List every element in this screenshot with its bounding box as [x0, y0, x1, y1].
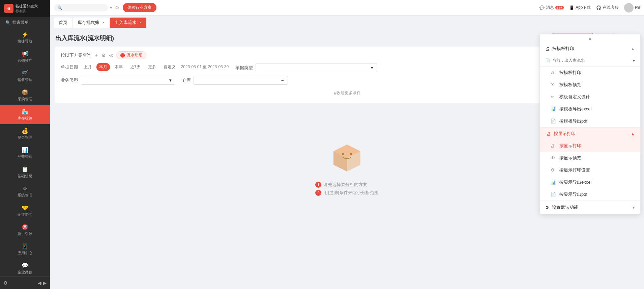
date-option-this-month[interactable]: 本月 [96, 63, 110, 71]
topbar: 🔍 ▾ ⚙ 体验行业方案 💬 消息 99+ 📱 App下载 🎧 在线客服 Rit [50, 0, 644, 16]
messages-btn[interactable]: 💬 消息 99+ [539, 5, 564, 10]
display-settings-icon: ⚙ [551, 167, 556, 173]
search-menu[interactable]: 🔍 搜索菜单 [0, 17, 50, 28]
weixin-icon: 💬 [22, 262, 28, 269]
filter-warehouse-select[interactable]: ··· [194, 76, 288, 85]
settings-footer-btn[interactable]: ⚙ [3, 280, 8, 286]
current-template-label: 当前：出入库流水 [552, 58, 585, 63]
display-print-icon: 🖨 [551, 143, 556, 149]
tab-stock-flow[interactable]: 出入库流水 × [110, 18, 146, 28]
template-print-item-icon: 🖨 [551, 70, 556, 75]
panel-item-display-settings[interactable]: ⚙ 按显示打印设置 [540, 164, 640, 176]
app-logo: 6 畅捷通好生意 标准版 [0, 0, 50, 17]
display-preview-label: 按显示预览 [559, 155, 581, 161]
panel-item-template-print[interactable]: 🖨 按模板打印 [540, 67, 640, 79]
svg-point-4 [342, 153, 344, 155]
panel-scroll-up[interactable]: ▲ [540, 34, 640, 42]
filter-add-btn[interactable]: ＋ [94, 52, 99, 58]
sidebar-item-weixin[interactable]: 💬 企业微信 [0, 259, 50, 277]
user-avatar-btn[interactable]: Rit [624, 3, 640, 12]
panel-item-template-custom[interactable]: ✏ 模板自定义设计 [540, 91, 640, 103]
panel-item-display-preview[interactable]: 👁 按显示预览 [540, 152, 640, 164]
collapse-icon: ∧ [333, 91, 336, 96]
panel-item-display-excel[interactable]: 📊 按显示导出excel [540, 176, 640, 188]
basic-icon: 📋 [22, 166, 28, 173]
template-custom-icon: ✏ [551, 94, 556, 100]
sidebar-item-shortcuts[interactable]: ⚡ 快捷导航 [0, 28, 50, 47]
tab-batch-account[interactable]: 库存批次账 × [73, 18, 109, 28]
online-service-btn[interactable]: 🎧 在线客服 [596, 5, 619, 10]
display-excel-icon: 📊 [551, 180, 556, 185]
default-function-header[interactable]: ⚙ 设置默认功能 ▾ [540, 201, 640, 214]
sidebar-item-marketing[interactable]: 📢 营销推广 [0, 47, 50, 67]
industry-solution-btn[interactable]: 体验行业方案 [123, 3, 156, 12]
default-function-chevron: ▾ [633, 205, 635, 210]
display-settings-label: 按显示打印设置 [559, 167, 590, 173]
search-menu-label: 搜索菜单 [12, 20, 29, 25]
collapse-footer-btn[interactable]: ◀ ▶ [38, 280, 47, 286]
sidebar-item-inventory[interactable]: 🏪 库存核算 [0, 105, 50, 124]
topbar-dropdown-btn[interactable]: ▾ [110, 5, 112, 10]
system-icon: ⚙ [23, 185, 27, 192]
current-chevron[interactable]: ▾ [633, 58, 635, 63]
template-excel-label: 按模板导出excel [559, 106, 591, 112]
filter-type-item: 单据类型 ▾ [235, 63, 377, 72]
template-print-header-label: 按模板打印 [552, 46, 574, 52]
filter-collapse-btn[interactable]: ≪ [109, 53, 114, 58]
filter-warehouse-item: 仓库 ··· [182, 76, 297, 85]
panel-item-template-preview[interactable]: 👁 按模板预览 [540, 79, 640, 91]
app-download-btn[interactable]: 📱 App下载 [569, 5, 591, 10]
date-option-custom[interactable]: 自定义 [161, 63, 178, 71]
sidebar-item-guide[interactable]: 🎯 新手引导 [0, 220, 50, 240]
page-title: 出入库流水(流水明细) [55, 34, 114, 42]
sidebar-item-sales[interactable]: 🛒 销售管理 [0, 67, 50, 86]
filter-business-select[interactable]: ▾ [81, 76, 175, 85]
filter-date-label: 单据日期 [61, 64, 78, 70]
panel-item-template-pdf[interactable]: 📄 按模板导出pdf [540, 115, 640, 127]
marketing-icon: 📢 [22, 51, 28, 57]
date-option-this-year[interactable]: 本年 [112, 63, 125, 71]
content-area: 出入库流水(流水明细) 🖨 按模板打印 ▲ ↑ 导出 ↺ 刷新 [50, 28, 644, 289]
filter-tag[interactable]: 🔴 流水明细 [116, 51, 146, 59]
date-option-7days[interactable]: 近7天 [127, 63, 143, 71]
date-option-more[interactable]: 更多 [145, 63, 159, 71]
date-option-last-month[interactable]: 上月 [81, 63, 94, 71]
panel-item-display-pdf[interactable]: 📄 按显示导出pdf [540, 188, 640, 201]
display-print-section-header[interactable]: 🖨 按显示打印 ▲ [540, 128, 640, 140]
filter-tag-label: 流水明细 [126, 52, 143, 58]
sidebar-item-appcenter[interactable]: 📱 应用中心 [0, 240, 50, 259]
topbar-search-input[interactable] [62, 5, 105, 10]
panel-item-template-excel[interactable]: 📊 按模板导出excel [540, 103, 640, 115]
topbar-settings-icon[interactable]: ⚙ [115, 5, 119, 10]
sidebar-item-basic[interactable]: 📋 基础信息 [0, 163, 50, 182]
template-preview-label: 按模板预览 [559, 82, 581, 88]
sidebar-item-system[interactable]: ⚙ 系统管理 [0, 182, 50, 201]
filter-type-select[interactable]: ▾ [256, 63, 377, 72]
sidebar-item-enterprise[interactable]: 🤝 企业协同 [0, 201, 50, 220]
sidebar-item-purchase[interactable]: 📦 采购管理 [0, 86, 50, 105]
filter-type-label: 单据类型 [235, 65, 253, 71]
warehouse-more-icon: ··· [281, 78, 284, 83]
template-excel-icon: 📊 [551, 106, 556, 112]
tab-stock-flow-close[interactable]: × [139, 20, 142, 25]
current-icon: 📄 [545, 58, 550, 63]
main-area: 🔍 ▾ ⚙ 体验行业方案 💬 消息 99+ 📱 App下载 🎧 在线客服 Rit [50, 0, 644, 289]
filter-setting-btn[interactable]: ⚙ [101, 53, 106, 58]
messages-badge: 99+ [555, 6, 564, 9]
filter-business-item: 业务类型 ▾ [61, 76, 175, 85]
template-print-section-header[interactable]: 🖨 按模板打印 ▲ [540, 42, 640, 55]
display-pdf-label: 按显示导出pdf [559, 191, 587, 198]
tab-batch-account-close[interactable]: × [102, 20, 105, 25]
current-template-indicator: 📄 当前：出入库流水 ▾ [540, 55, 640, 67]
filter-header-title: 按以下方案查询 [61, 52, 91, 58]
panel-item-display-print[interactable]: 🖨 按显示打印 [540, 140, 640, 152]
topbar-right: 💬 消息 99+ 📱 App下载 🎧 在线客服 Rit [539, 3, 640, 12]
empty-step-1: 1 请先选择要分析的方案 [315, 182, 378, 188]
topbar-search-box[interactable]: 🔍 [54, 4, 108, 11]
topbar-search-icon: 🔍 [57, 5, 62, 10]
tab-home[interactable]: 首页 [54, 18, 72, 28]
sidebar-item-finance[interactable]: 💰 资金管理 [0, 124, 50, 143]
sidebar-item-operations[interactable]: 📊 经营管理 [0, 143, 50, 163]
display-section-chevron: ▲ [631, 131, 635, 136]
empty-svg [327, 141, 367, 175]
